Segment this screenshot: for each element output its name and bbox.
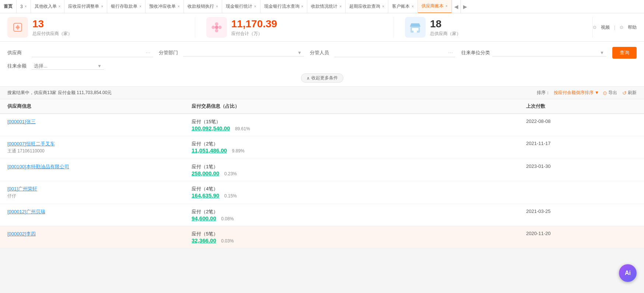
filter-area: 供应商 ··· 分管部门 ▼ 分管人员 ··· 往来单位分类 ▼ [0, 42, 644, 87]
transaction-info: 应付（15笔） 100,092,540.00 89.61% [192, 118, 526, 131]
filter-item-category: 往来单位分类 ▼ [461, 49, 607, 56]
divider: | [614, 25, 615, 30]
category-input[interactable] [494, 50, 599, 55]
svg-point-3 [215, 23, 218, 26]
nav-tab-3-close[interactable]: × [25, 4, 27, 8]
tx-amount[interactable]: 100,092,540.00 [192, 125, 230, 131]
tx-percent: 0.15% [224, 193, 237, 199]
nav-tab-prepay-close[interactable]: × [178, 4, 180, 8]
supplier-dots-icon[interactable]: ··· [146, 49, 150, 56]
nav-tab-cashflow[interactable]: 现金银行流水查询 × [260, 0, 308, 13]
dept-input-box: ▼ [183, 49, 304, 56]
transaction-info: 应付（4笔） 164,635.90 0.15% [192, 186, 526, 199]
export-icon: ⊙ [603, 90, 607, 96]
nav-tab-other-income-label: 其他收入单 [35, 3, 57, 10]
tx-label: 应付（4笔） [192, 186, 526, 192]
nav-tab-cash-bank[interactable]: 现金银行统计 × [222, 0, 260, 13]
dept-input[interactable] [185, 50, 296, 55]
supplier-input[interactable] [34, 50, 146, 55]
tx-amount[interactable]: 258,000.00 [192, 170, 219, 176]
top-nav: 首页 3 × 其他收入单 × 应收应付调整单 × 银行存取款单 × 预收冲应收单… [0, 0, 644, 13]
tx-amount[interactable]: 32,366.00 [192, 237, 216, 244]
person-input[interactable] [336, 50, 448, 55]
supplier-info: [000100]本特勤油品有限公司 [7, 163, 192, 170]
supplier-link[interactable]: [000100]本特勤油品有限公司 [7, 163, 192, 170]
nav-tab-cash-bank-close[interactable]: × [254, 4, 256, 8]
nav-tab-adjustment-label: 应收应付调整单 [68, 3, 99, 10]
nav-arrow-left[interactable]: ◀ [452, 0, 461, 13]
person-input-box: ··· [334, 49, 455, 57]
nav-tab-other-income-close[interactable]: × [59, 4, 61, 8]
help-link[interactable]: 帮助 [628, 24, 637, 31]
balance-input[interactable] [34, 63, 96, 69]
refresh-icon: ↺ [622, 90, 627, 96]
summary-label-2: 应付合计（万） [231, 31, 277, 37]
tx-amount[interactable]: 11,051,486.00 [192, 147, 227, 154]
supplier-link[interactable]: [000001]张三 [7, 118, 192, 125]
help-circle-icon: ⊙ [593, 25, 596, 30]
last-payment: 2023-01-30 [526, 163, 637, 169]
nav-tab-bank[interactable]: 银行存取款单 × [107, 0, 146, 13]
nav-tab-supplier-account-close[interactable]: × [445, 4, 448, 8]
nav-tab-bank-close[interactable]: × [139, 4, 141, 8]
nav-tab-collection[interactable]: 收款核销执行 × [184, 0, 222, 13]
category-arrow-icon[interactable]: ▼ [600, 50, 604, 55]
summary-bar: 13 总应付供应商（家） 11,170.39 应付合计（万） [0, 13, 644, 42]
nav-tab-prepay[interactable]: 预收冲应收单 × [146, 0, 184, 13]
nav-tab-receipt-stat-close[interactable]: × [339, 4, 342, 8]
nav-tab-supplier-account-label: 供应商账本 [421, 3, 444, 9]
nav-tab-customer-account[interactable]: 客户账本 × [388, 0, 418, 13]
tx-percent: 89.61% [235, 126, 250, 131]
nav-tab-overdue[interactable]: 超期应收款查询 × [346, 0, 388, 13]
summary-text-2: 11,170.39 应付合计（万） [231, 18, 277, 37]
transaction-info: 应付（5笔） 32,366.00 0.03% [192, 231, 526, 244]
supplier-link[interactable]: [000012]广州贝瑞 [7, 208, 192, 215]
nav-tab-3[interactable]: 3 × [17, 0, 31, 13]
collapse-bar: ∧ 收起更多条件 [7, 73, 637, 83]
nav-tab-home[interactable]: 首页 [0, 0, 17, 13]
filter-label-supplier: 供应商 [7, 49, 29, 56]
nav-tab-adjustment[interactable]: 应收应付调整单 × [64, 0, 107, 13]
transaction-info: 应付（2笔） 94,600.00 0.08% [192, 208, 526, 221]
sort-button[interactable]: 按应付余额倒序排序 ▼ [554, 90, 599, 96]
nav-tab-collection-close[interactable]: × [216, 4, 218, 8]
nav-arrow-right[interactable]: ▶ [461, 0, 469, 13]
video-link[interactable]: 视频 [601, 24, 610, 31]
person-dots-icon[interactable]: ··· [448, 49, 453, 56]
supplier-input-box: ··· [32, 49, 153, 57]
summary-icon-diamond [7, 17, 28, 38]
summary-text-1: 13 总应付供应商（家） [32, 18, 72, 37]
summary-label-3: 总供应商（家） [430, 31, 461, 37]
supplier-link[interactable]: [000002]李四 [7, 231, 192, 237]
nav-tab-other-income[interactable]: 其他收入单 × [31, 0, 65, 13]
tx-amount[interactable]: 164,635.90 [192, 192, 219, 199]
tx-label: 应付（2笔） [192, 208, 526, 215]
supplier-link[interactable]: [000007]恒旺二手叉车 [7, 141, 192, 147]
supplier-info: [000012]广州贝瑞 [7, 208, 192, 215]
nav-tab-receipt-stat[interactable]: 收款情况统计 × [307, 0, 346, 13]
nav-tab-adjustment-close[interactable]: × [101, 4, 103, 8]
dept-arrow-icon[interactable]: ▼ [297, 50, 302, 55]
balance-arrow-icon[interactable]: ▼ [97, 63, 102, 69]
query-button[interactable]: 查询 [612, 47, 637, 59]
last-payment: 2021-03-25 [526, 208, 637, 214]
nav-tab-customer-account-close[interactable]: × [412, 4, 414, 8]
filter-item-supplier: 供应商 ··· [7, 49, 153, 57]
nav-tab-cashflow-close[interactable]: × [301, 4, 304, 8]
tx-amount[interactable]: 94,600.00 [192, 215, 216, 221]
summary-number-1: 13 [32, 18, 72, 30]
transaction-info: 应付（2笔） 11,051,486.00 9.89% [192, 141, 526, 154]
nav-tab-supplier-account[interactable]: 供应商账本 × [418, 0, 452, 13]
supplier-link[interactable]: [001]广州荣轩 [7, 186, 192, 192]
tx-label: 应付（2笔） [192, 141, 526, 147]
svg-point-5 [211, 26, 215, 29]
nav-tab-overdue-close[interactable]: × [382, 4, 384, 8]
svg-rect-9 [412, 28, 414, 31]
table-row: [000001]张三 应付（15笔） 100,092,540.00 89.61%… [0, 114, 644, 136]
table-row: [000002]李四 应付（5笔） 32,366.00 0.03% 2020-1… [0, 226, 644, 248]
export-button[interactable]: ⊙ 导出 [603, 90, 617, 96]
filter-row-2: 往来余额 ▼ [7, 62, 637, 70]
tx-percent: 0.23% [224, 171, 237, 176]
collapse-button[interactable]: ∧ 收起更多条件 [301, 73, 343, 83]
refresh-button[interactable]: ↺ 刷新 [622, 90, 637, 96]
